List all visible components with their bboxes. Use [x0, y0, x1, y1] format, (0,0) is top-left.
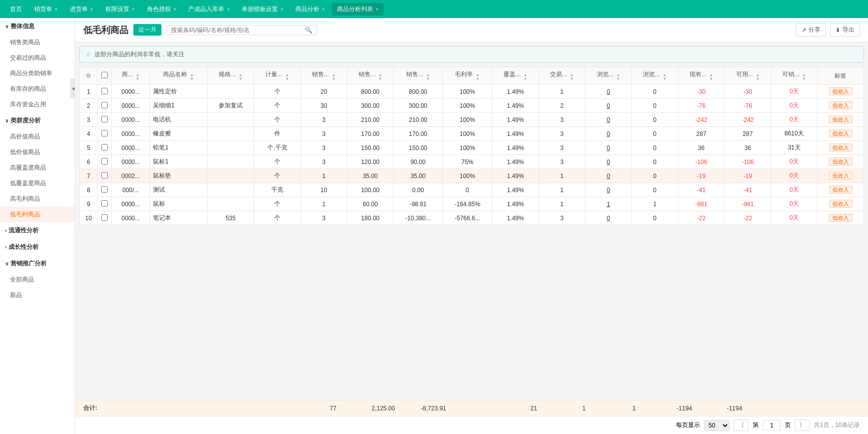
sidebar-item-traded-products[interactable]: 交易过的商品 — [0, 50, 75, 66]
col-tag[interactable]: 标签 — [817, 67, 863, 85]
sidebar-item-category-sales-rate[interactable]: 商品分类助销率 — [0, 66, 75, 81]
row-browse1[interactable]: 0 — [585, 211, 632, 225]
sort-icon[interactable]: ▲▼ — [426, 73, 430, 81]
sidebar-item-in-stock[interactable]: 有库存的商品 — [0, 81, 75, 97]
share-button[interactable]: ↗ 分享 — [796, 23, 826, 37]
col-checkbox[interactable] — [98, 67, 112, 85]
row-name[interactable]: 鼠标1 — [150, 155, 207, 169]
row-name[interactable]: 橡皮擦 — [150, 127, 207, 141]
nav-close-icon[interactable]: × — [90, 7, 93, 12]
row-checkbox[interactable] — [98, 127, 112, 141]
col-spec[interactable]: 规格... ▲▼ — [207, 67, 254, 85]
sidebar-item-sales-products[interactable]: 销售类商品 — [0, 35, 75, 50]
row-name[interactable]: 鼠标垫 — [150, 169, 207, 183]
sidebar-collapse-button[interactable]: « — [70, 78, 75, 98]
row-browse1[interactable]: 0 — [585, 155, 632, 169]
row-checkbox[interactable] — [98, 141, 112, 155]
row-check[interactable] — [101, 200, 108, 207]
row-browse1[interactable]: 0 — [585, 113, 632, 127]
next-page-button[interactable]: 〉 — [795, 419, 810, 431]
row-name[interactable]: 笔记本 — [150, 211, 207, 225]
row-checkbox[interactable] — [98, 197, 112, 211]
sort-icon[interactable]: ▲▼ — [756, 73, 760, 81]
row-checkbox[interactable] — [98, 155, 112, 169]
row-check[interactable] — [101, 144, 108, 151]
row-checkbox[interactable] — [98, 169, 112, 183]
nav-close-icon[interactable]: × — [227, 7, 230, 12]
col-coverage[interactable]: 覆盖... ▲▼ — [492, 67, 539, 85]
row-browse1[interactable]: 0 — [585, 169, 632, 183]
sidebar-item-new-products[interactable]: 新品 — [0, 287, 75, 303]
col-browse2[interactable]: 浏览... ▲▼ — [632, 67, 678, 85]
sidebar-item-stock-capital[interactable]: 库存资金占用 — [0, 97, 75, 112]
row-check[interactable] — [101, 172, 108, 179]
col-stock[interactable]: 现有... ▲▼ — [678, 67, 725, 85]
row-checkbox[interactable] — [98, 211, 112, 225]
settings-icon[interactable]: ⚙ — [86, 72, 91, 79]
search-icon[interactable]: 🔍 — [305, 27, 312, 34]
row-name[interactable]: 铅笔1 — [150, 141, 207, 155]
row-check[interactable] — [101, 116, 108, 122]
sort-icon[interactable]: ▲▼ — [476, 73, 480, 81]
sidebar-item-low-margin[interactable]: 低毛利商品 — [0, 207, 75, 222]
row-checkbox[interactable] — [98, 85, 112, 99]
nav-template[interactable]: 单据模板设置 × — [237, 3, 288, 16]
prev-page-button[interactable]: 〈 — [734, 419, 749, 431]
row-check[interactable] — [101, 186, 108, 193]
search-input[interactable] — [171, 27, 305, 34]
nav-close-icon[interactable]: × — [173, 7, 177, 12]
col-code[interactable]: 商... ▲▼ — [112, 67, 150, 85]
row-browse1[interactable]: 0 — [585, 99, 632, 113]
export-button[interactable]: ⬇ 导出 — [830, 23, 860, 37]
sidebar-group-cluster[interactable]: ∨ 类群度分析 — [0, 112, 75, 129]
sort-icon[interactable]: ▲▼ — [663, 73, 667, 81]
sidebar-item-all-products[interactable]: 全部商品 — [0, 272, 75, 287]
row-name[interactable]: 吴细细1 — [150, 99, 207, 113]
row-browse1[interactable]: 0 — [585, 183, 632, 197]
sort-icon[interactable]: ▲▼ — [709, 73, 713, 81]
sidebar-item-high-margin[interactable]: 高毛利商品 — [0, 191, 75, 207]
sort-icon[interactable]: ▲▼ — [190, 73, 194, 81]
sidebar-item-low-coverage[interactable]: 低覆盖度商品 — [0, 176, 75, 191]
row-browse1[interactable]: 0 — [585, 85, 632, 99]
nav-product-analysis[interactable]: 商品分析 × — [290, 3, 330, 16]
nav-close-icon[interactable]: × — [55, 7, 58, 12]
row-name[interactable]: 电话机 — [150, 113, 207, 127]
nav-product-analysis-list[interactable]: 商品分析列表 × — [332, 3, 384, 16]
sidebar-item-high-value[interactable]: 高价值商品 — [0, 129, 75, 144]
row-check[interactable] — [101, 102, 108, 108]
nav-role-auth[interactable]: 角色授权 × — [142, 3, 182, 16]
page-input[interactable] — [763, 420, 781, 430]
col-trade[interactable]: 交易... ▲▼ — [539, 67, 585, 85]
col-browse1[interactable]: 浏览... ▲▼ — [585, 67, 632, 85]
nav-home[interactable]: 首页 — [5, 3, 27, 16]
nav-close-icon[interactable]: × — [322, 7, 325, 12]
row-name[interactable]: 属性定价 — [150, 85, 207, 99]
page-size-select[interactable]: 50 100 200 — [704, 420, 730, 431]
nav-purchase[interactable]: 进货单 × — [65, 3, 98, 16]
sort-icon[interactable]: ▲▼ — [378, 73, 382, 81]
nav-close-icon[interactable]: × — [132, 7, 135, 12]
row-check[interactable] — [101, 130, 108, 136]
sort-icon[interactable]: ▲▼ — [616, 73, 620, 81]
col-sales-amount[interactable]: 销售... ▲▼ — [347, 67, 394, 85]
row-browse1[interactable]: 0 — [585, 141, 632, 155]
sidebar-item-low-value[interactable]: 低价值商品 — [0, 144, 75, 160]
nav-close-icon[interactable]: × — [280, 7, 283, 12]
row-check[interactable] — [101, 214, 108, 221]
row-check[interactable] — [101, 158, 108, 165]
col-sales-qty[interactable]: 销售... ▲▼ — [300, 67, 347, 85]
sort-icon[interactable]: ▲▼ — [570, 73, 574, 81]
col-saleable[interactable]: 可销... ▲▼ — [771, 67, 818, 85]
col-sales-profit[interactable]: 销售... ▲▼ — [394, 67, 443, 85]
sort-icon[interactable]: ▲▼ — [135, 73, 139, 81]
row-browse1[interactable]: 0 — [585, 127, 632, 141]
sort-icon[interactable]: ▲▼ — [802, 73, 806, 81]
sort-icon[interactable]: ▲▼ — [331, 73, 335, 81]
row-name[interactable]: 测试 — [150, 183, 207, 197]
nav-sales[interactable]: 销货单 × — [29, 3, 63, 16]
nav-product-inbound[interactable]: 产成品入库单 × — [183, 3, 235, 16]
sidebar-group-flow[interactable]: › 流通性分析 — [0, 222, 75, 239]
sort-icon[interactable]: ▲▼ — [524, 73, 528, 81]
row-checkbox[interactable] — [98, 183, 112, 197]
